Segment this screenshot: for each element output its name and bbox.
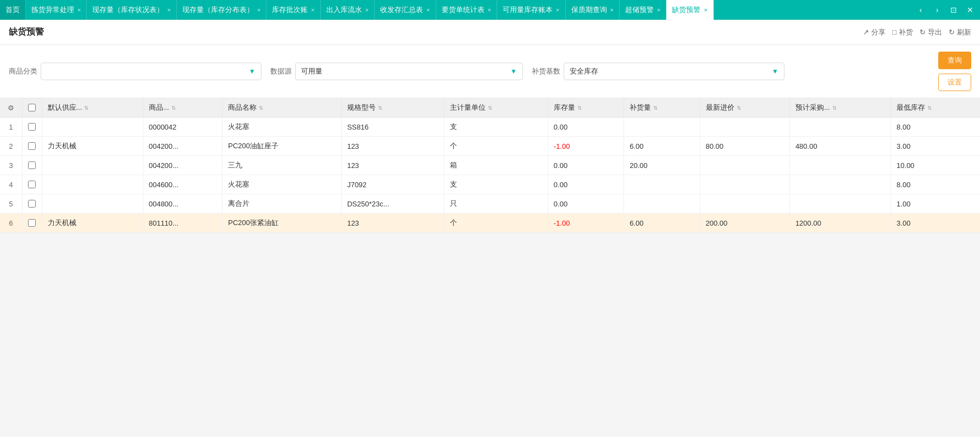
row-stock: 0.00 <box>548 175 623 194</box>
close-icon[interactable]: × <box>488 7 491 13</box>
nav-prev-button[interactable]: ‹ <box>913 2 928 18</box>
chevron-down-icon: ▼ <box>510 68 517 75</box>
tab-overstock-warning[interactable]: 超储预警 × <box>620 0 666 20</box>
row-checkbox-cell <box>22 117 42 137</box>
datasource-select[interactable]: 可用量 ▼ <box>295 63 523 80</box>
th-stock[interactable]: 库存量 ⇅ <box>548 98 623 117</box>
replenish-base-filter: 补货基数 安全库存 ▼ <box>532 63 784 80</box>
th-unit[interactable]: 主计量单位 ⇅ <box>444 98 548 117</box>
replenish-button[interactable]: □ 补货 <box>892 27 913 37</box>
replenish-base-select[interactable]: 安全库存 ▼ <box>564 63 784 80</box>
row-checkbox[interactable] <box>28 219 36 227</box>
tab-demand-stats[interactable]: 要货单统计表 × <box>436 0 497 20</box>
row-supplier: 力天机械 <box>42 214 143 233</box>
tab-receive-summary[interactable]: 收发存汇总表 × <box>375 0 436 20</box>
nav-bar: 首页 拣货异常处理 × 现存量（库存状况表） × 现存量（库存分布表） × 库存… <box>0 0 980 20</box>
category-select[interactable]: ▼ <box>41 63 261 80</box>
data-table: ⚙ 默认供应... ⇅ 商品... ⇅ <box>0 98 980 233</box>
row-checkbox[interactable] <box>28 161 36 169</box>
th-name[interactable]: 商品名称 ⇅ <box>222 98 342 117</box>
row-spec: 123 <box>341 156 444 175</box>
row-min-stock: 3.00 <box>891 137 980 156</box>
close-icon[interactable]: × <box>704 7 707 13</box>
th-code[interactable]: 商品... ⇅ <box>143 98 222 117</box>
row-checkbox[interactable] <box>28 123 36 131</box>
close-icon[interactable]: × <box>167 7 170 13</box>
nav-restore-button[interactable]: ⊡ <box>946 2 961 18</box>
row-name: 火花塞 <box>222 175 342 194</box>
th-spec[interactable]: 规格型号 ⇅ <box>341 98 444 117</box>
row-min-stock: 1.00 <box>891 194 980 214</box>
row-checkbox[interactable] <box>28 142 36 150</box>
datasource-label: 数据源 <box>270 66 292 76</box>
row-code: 004800... <box>143 194 222 214</box>
row-code: 004200... <box>143 156 222 175</box>
th-replenish[interactable]: 补货量 ⇅ <box>624 98 700 117</box>
close-icon[interactable]: × <box>657 7 660 13</box>
row-spec: DS250*23c... <box>341 194 444 214</box>
sort-icon: ⇅ <box>259 105 263 111</box>
row-checkbox-cell <box>22 214 42 233</box>
replenish-base-label: 补货基数 <box>532 66 560 76</box>
th-supplier[interactable]: 默认供应... ⇅ <box>42 98 143 117</box>
close-icon[interactable]: × <box>365 7 369 13</box>
th-settings[interactable]: ⚙ <box>0 98 22 117</box>
category-label: 商品分类 <box>9 66 37 76</box>
row-checkbox-cell <box>22 137 42 156</box>
tab-inout-flow[interactable]: 出入库流水 × <box>321 0 375 20</box>
th-checkbox <box>22 98 42 117</box>
tab-pick-exception[interactable]: 拣货异常处理 × <box>26 0 87 20</box>
close-icon[interactable]: × <box>610 7 614 13</box>
setting-button[interactable]: 设置 <box>938 74 971 91</box>
row-unit: 支 <box>444 175 548 194</box>
th-min-stock[interactable]: 最低库存 ⇅ <box>891 98 980 117</box>
sort-icon: ⇅ <box>577 105 582 111</box>
row-index: 6 <box>0 214 22 233</box>
table-container: ⚙ 默认供应... ⇅ 商品... ⇅ <box>0 98 980 233</box>
replenish-icon: □ <box>892 28 897 36</box>
close-icon[interactable]: × <box>426 7 430 13</box>
tab-inventory-status[interactable]: 现存量（库存状况表） × <box>87 0 176 20</box>
refresh-button[interactable]: ↻ 刷新 <box>949 27 971 37</box>
row-index: 2 <box>0 137 22 156</box>
query-button[interactable]: 查询 <box>938 52 971 69</box>
tab-inventory-dist[interactable]: 现存量（库存分布表） × <box>177 0 266 20</box>
row-checkbox[interactable] <box>28 200 36 208</box>
close-icon[interactable]: × <box>77 7 81 13</box>
select-all-checkbox[interactable] <box>28 104 36 111</box>
share-button[interactable]: ↗ 分享 <box>863 27 886 37</box>
tab-shortage-warning[interactable]: 缺货预警 × <box>666 0 713 20</box>
row-replenish: 6.00 <box>624 214 700 233</box>
th-latest-price[interactable]: 最新进价 ⇅ <box>700 98 789 117</box>
row-index: 5 <box>0 194 22 214</box>
header-actions: ↗ 分享 □ 补货 ↻ 导出 ↻ 刷新 <box>863 27 971 37</box>
row-checkbox-cell <box>22 175 42 194</box>
close-icon[interactable]: × <box>556 7 559 13</box>
tab-expiry-query[interactable]: 保质期查询 × <box>566 0 620 20</box>
th-estimated-purchase[interactable]: 预计采购... ⇅ <box>789 98 890 117</box>
close-icon[interactable]: × <box>311 7 314 13</box>
row-latest-price <box>700 194 789 214</box>
table-row: 5 004800... 离合片 DS250*23c... 只 0.00 1.00 <box>0 194 980 214</box>
nav-next-button[interactable]: › <box>929 2 945 18</box>
row-min-stock: 10.00 <box>891 156 980 175</box>
row-spec: J7092 <box>341 175 444 194</box>
tab-available-ledger[interactable]: 可用量库存账本 × <box>497 0 565 20</box>
page-header: 缺货预警 ↗ 分享 □ 补货 ↻ 导出 ↻ 刷新 <box>0 20 980 45</box>
nav-close-button[interactable]: ✕ <box>962 2 978 18</box>
gear-icon[interactable]: ⚙ <box>8 104 14 112</box>
row-code: 004200... <box>143 137 222 156</box>
tab-home[interactable]: 首页 <box>0 0 26 20</box>
sort-icon: ⇅ <box>927 105 932 111</box>
row-supplier <box>42 194 143 214</box>
tab-batch-account[interactable]: 库存批次账 × <box>266 0 320 20</box>
row-stock: -1.00 <box>548 137 623 156</box>
share-icon: ↗ <box>863 28 869 36</box>
row-checkbox[interactable] <box>28 181 36 188</box>
close-icon[interactable]: × <box>257 7 260 13</box>
row-name: 火花塞 <box>222 117 342 137</box>
row-spec: 123 <box>341 214 444 233</box>
export-button[interactable]: ↻ 导出 <box>920 27 942 37</box>
row-spec: 123 <box>341 137 444 156</box>
datasource-filter: 数据源 可用量 ▼ <box>270 63 523 80</box>
